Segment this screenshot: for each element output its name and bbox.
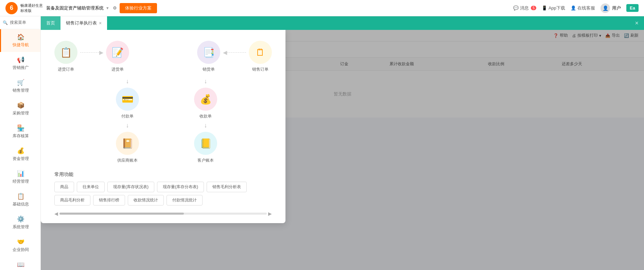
receipt-bill-icon: 💰 (194, 88, 217, 111)
flow-node-sales-bill[interactable]: 📑 销货单 (197, 41, 220, 72)
cf-btn-现存量(库存状况表)[interactable]: 现存量(库存状况表) (107, 182, 154, 192)
purchase-bill-icon: 📝 (106, 41, 129, 64)
service-icon: 👤 (571, 5, 576, 11)
modal-scrollbar[interactable]: ◀ ▶ (54, 211, 272, 216)
scroll-track (59, 213, 267, 215)
flow-node-payment-bill[interactable]: 💳 付款单 (116, 88, 139, 119)
header-right: 💬 消息 5 📱 App下载 👤 在线客服 👤 用户 Ea (513, 3, 639, 13)
scroll-thumb (59, 213, 184, 215)
system-title: 装备及固定资产辅助管理系统 (46, 5, 104, 11)
user-info[interactable]: 👤 用户 (601, 3, 621, 13)
cf-btn-商品毛利分析[interactable]: 商品毛利分析 (54, 195, 90, 205)
sidebar-item-purchase[interactable]: 📦 采购管理 (0, 97, 40, 120)
message-item[interactable]: 💬 消息 5 (513, 5, 536, 11)
sidebar-label-marketing: 营销推广 (13, 65, 29, 71)
sidebar-label-enterprise: 企业协同 (13, 247, 29, 253)
page-content: ❓ 帮助 🖨 按模板打印 ▾ 📤 导出 🔄 刷新 (41, 30, 644, 270)
flow-node-purchase-order[interactable]: 📋 进货订单 (54, 41, 77, 72)
mobile-icon: 📱 (542, 5, 547, 11)
cf-btn-收款情况统计[interactable]: 收款情况统计 (128, 195, 164, 205)
sales-order-icon: 🗒 (249, 41, 272, 64)
tab-home[interactable]: 首页 (41, 16, 60, 30)
cf-btn-销售排行榜[interactable]: 销售排行榜 (93, 195, 125, 205)
sidebar-label-quick-nav: 快捷导航 (13, 42, 29, 48)
sidebar-item-basic-info[interactable]: 📋 基础信息 (0, 188, 40, 211)
sidebar: 🔍 搜索菜单 🏠 快捷导航📢 营销推广🛒 销售管理📦 采购管理🏪 库存核算💰 资… (0, 16, 41, 270)
sidebar-item-enterprise[interactable]: 🤝 企业协同 (0, 234, 40, 257)
sidebar-search[interactable]: 🔍 搜索菜单 (0, 16, 40, 29)
cf-buttons-container: 商品往来单位现存量(库存状况表)现存量(库存分布表)销售毛利分析表商品毛利分析销… (54, 182, 272, 205)
app-download-item[interactable]: 📱 App下载 (542, 5, 565, 11)
modal-overlay[interactable]: 📋 进货订单 ▶ 📝 (41, 30, 644, 270)
common-functions: 常用功能 商品往来单位现存量(库存状况表)现存量(库存分布表)销售毛利分析表商品… (54, 172, 272, 205)
supplier-account-icon: 📔 (116, 132, 139, 155)
message-icon: 💬 (513, 5, 519, 11)
flow-node-supplier-account[interactable]: 📔 供应商账本 (116, 132, 139, 163)
tab-bar-close-icon[interactable]: × (629, 20, 644, 27)
sidebar-label-inventory: 库存核算 (13, 133, 29, 139)
purchase-icon: 📦 (17, 102, 24, 109)
operations-icon: 📊 (17, 170, 24, 177)
sidebar-label-purchase: 采购管理 (13, 110, 29, 116)
sidebar-item-operations[interactable]: 📊 经营管理 (0, 166, 40, 188)
user-name: 用户 (612, 5, 621, 11)
finance-icon: 💰 (17, 147, 24, 155)
online-service-item[interactable]: 👤 在线客服 (571, 5, 595, 11)
tab-sales-order[interactable]: 销售订单执行表 × (60, 16, 107, 30)
sidebar-item-sales[interactable]: 🛒 销售管理 (0, 75, 40, 97)
user-initial-badge: Ea (626, 4, 639, 12)
avatar: 👤 (601, 3, 610, 13)
cf-title: 常用功能 (54, 172, 272, 178)
marketing-icon: 📢 (17, 56, 24, 64)
payment-bill-icon: 💳 (116, 88, 139, 111)
enterprise-icon: 🤝 (17, 238, 24, 246)
cf-btn-商品[interactable]: 商品 (54, 182, 74, 192)
flow-node-purchase-bill[interactable]: 📝 进货单 (106, 41, 129, 72)
logo-area: 6 畅康通好生意 标准版 (5, 2, 46, 14)
scroll-left-btn[interactable]: ◀ (54, 211, 58, 216)
sales-icon: 🛒 (17, 79, 24, 86)
sidebar-label-finance: 资金管理 (13, 156, 29, 162)
sidebar-label-operations: 经营管理 (13, 179, 29, 184)
logo-text: 畅康通好生意 标准版 (20, 3, 43, 13)
flow-node-customer-account[interactable]: 📒 客户账本 (194, 132, 217, 163)
sidebar-items: 🏠 快捷导航📢 营销推广🛒 销售管理📦 采购管理🏪 库存核算💰 资金管理📊 经营… (0, 29, 40, 270)
customer-account-icon: 📒 (194, 132, 217, 155)
cf-btn-付款情况统计[interactable]: 付款情况统计 (167, 195, 203, 205)
quick-nav-icon: 🏠 (17, 33, 24, 41)
sidebar-item-finance[interactable]: 💰 资金管理 (0, 143, 40, 166)
settings-icon[interactable]: ⚙ (113, 5, 117, 11)
top-header: 6 畅康通好生意 标准版 装备及固定资产辅助管理系统 ▾ ⚙ 体验行业方案 💬 … (0, 0, 644, 16)
trial-button[interactable]: 体验行业方案 (120, 3, 157, 13)
content-area: 首页 销售订单执行表 × × ❓ 帮助 🖨 按模板打印 ▾ (41, 16, 644, 270)
newbie-icon: 📖 (17, 261, 24, 268)
flow-node-sales-order[interactable]: 🗒 销售订单 (249, 41, 272, 72)
cf-btn-往来单位[interactable]: 往来单位 (77, 182, 105, 192)
sidebar-label-sales: 销售管理 (13, 88, 29, 93)
scroll-right-btn[interactable]: ▶ (268, 211, 272, 216)
search-icon: 🔍 (3, 20, 8, 25)
tab-bar: 首页 销售订单执行表 × × (41, 16, 644, 30)
main-layout: 🔍 搜索菜单 🏠 快捷导航📢 营销推广🛒 销售管理📦 采购管理🏪 库存核算💰 资… (0, 16, 644, 270)
sales-bill-icon: 📑 (197, 41, 220, 64)
flow-node-receipt-bill[interactable]: 💰 收款单 (194, 88, 217, 119)
sidebar-item-newbie[interactable]: 📖 新手引导 (0, 257, 40, 270)
cf-btn-销售毛利分析表[interactable]: 销售毛利分析表 (207, 182, 247, 192)
logo-icon: 6 (5, 2, 18, 14)
system-name-area: 装备及固定资产辅助管理系统 ▾ ⚙ 体验行业方案 (46, 3, 513, 13)
system-icon: ⚙️ (17, 215, 24, 223)
basic-info-icon: 📋 (17, 193, 24, 200)
sidebar-item-inventory[interactable]: 🏪 库存核算 (0, 120, 40, 143)
sidebar-item-system[interactable]: ⚙️ 系统管理 (0, 211, 40, 234)
inventory-icon: 🏪 (17, 124, 24, 132)
tab-close-icon[interactable]: × (99, 20, 102, 26)
message-badge: 5 (531, 6, 536, 10)
sidebar-label-system: 系统管理 (13, 224, 29, 230)
quick-nav-modal: 📋 进货订单 ▶ 📝 (41, 30, 285, 223)
sidebar-label-basic-info: 基础信息 (13, 201, 29, 207)
purchase-order-icon: 📋 (54, 41, 77, 64)
sidebar-item-quick-nav[interactable]: 🏠 快捷导航 (0, 29, 40, 52)
system-dropdown-icon[interactable]: ▾ (106, 5, 109, 11)
cf-btn-现存量(库存分布表)[interactable]: 现存量(库存分布表) (157, 182, 204, 192)
sidebar-item-marketing[interactable]: 📢 营销推广 (0, 52, 40, 75)
